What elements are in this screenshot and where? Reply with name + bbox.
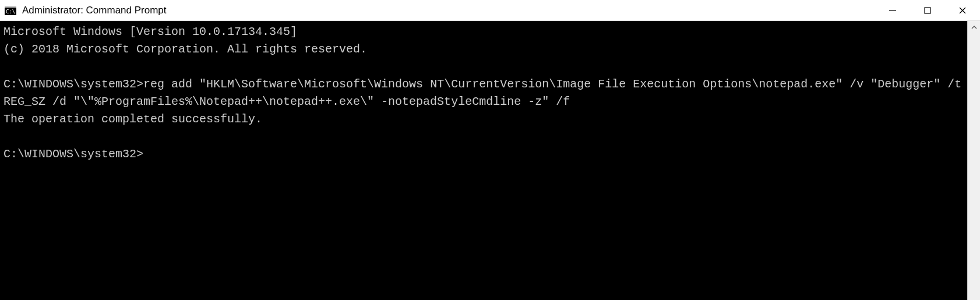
terminal-command: reg add "HKLM\Software\Microsoft\Windows… xyxy=(3,77,967,108)
terminal-copyright-line: (c) 2018 Microsoft Corporation. All righ… xyxy=(3,41,964,58)
terminal-blank-line xyxy=(3,128,964,146)
window-title: Administrator: Command Prompt xyxy=(22,5,875,16)
svg-rect-4 xyxy=(925,8,930,13)
svg-text:C:\: C:\ xyxy=(6,9,15,15)
minimize-button[interactable] xyxy=(875,0,910,20)
scroll-up-arrow-icon[interactable] xyxy=(968,21,980,34)
terminal-prompt: C:\WINDOWS\system32> xyxy=(3,77,143,91)
maximize-button[interactable] xyxy=(910,0,945,20)
terminal-version-line: Microsoft Windows [Version 10.0.17134.34… xyxy=(3,23,964,41)
terminal-blank-line xyxy=(3,58,964,76)
window-controls xyxy=(875,0,980,20)
close-button[interactable] xyxy=(945,0,980,20)
svg-rect-1 xyxy=(5,6,16,8)
terminal-result-line: The operation completed successfully. xyxy=(3,111,964,128)
window-titlebar: C:\ Administrator: Command Prompt xyxy=(0,0,980,21)
terminal-prompt-line: C:\WINDOWS\system32> xyxy=(3,146,964,163)
terminal-area[interactable]: Microsoft Windows [Version 10.0.17134.34… xyxy=(0,21,967,300)
scrollbar-track[interactable] xyxy=(968,34,980,300)
terminal-command-line: C:\WINDOWS\system32>reg add "HKLM\Softwa… xyxy=(3,76,964,111)
cmd-icon: C:\ xyxy=(5,6,16,15)
content-wrapper: Microsoft Windows [Version 10.0.17134.34… xyxy=(0,21,980,300)
vertical-scrollbar[interactable] xyxy=(967,21,980,300)
terminal-prompt: C:\WINDOWS\system32> xyxy=(3,147,143,161)
